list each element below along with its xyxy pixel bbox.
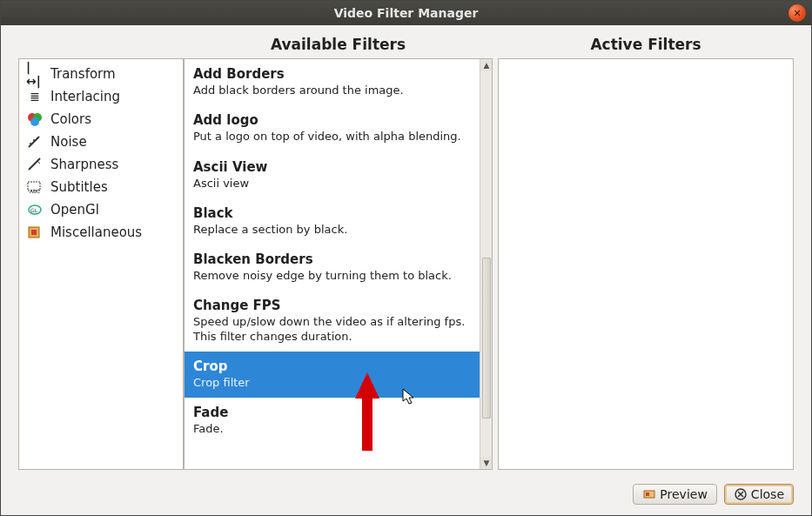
filter-desc: Add black borders around the image. — [193, 84, 471, 97]
active-header: Active Filters — [498, 32, 794, 58]
sidebar-item-label: Transform — [50, 66, 116, 82]
sharpness-icon — [26, 157, 44, 172]
available-header: Available Filters — [184, 32, 493, 58]
filter-desc: Put a logo on top of video, with alpha b… — [193, 130, 471, 144]
sidebar-item-label: Noise — [50, 134, 87, 150]
sidebar-item-miscellaneous[interactable]: Miscellaneous — [19, 221, 183, 244]
miscellaneous-icon — [26, 224, 44, 240]
svg-text:GL: GL — [30, 207, 38, 213]
sidebar-item-sharpness[interactable]: Sharpness — [19, 153, 183, 176]
window-close-button[interactable]: ✕ — [789, 4, 806, 22]
svg-point-5 — [37, 137, 38, 139]
filter-item-selected[interactable]: Crop Crop filter — [185, 352, 480, 398]
filter-title: Change FPS — [193, 298, 471, 313]
filter-title: Fade — [193, 405, 471, 420]
available-list[interactable]: Add Borders Add black borders around the… — [185, 59, 480, 469]
sidebar-item-label: Sharpness — [50, 157, 118, 172]
filter-item[interactable]: Add Borders Add black borders around the… — [185, 59, 480, 105]
window-title: Video Filter Manager — [334, 6, 479, 20]
footer: Preview Close — [18, 473, 794, 505]
filter-item[interactable]: Add logo Put a logo on top of video, wit… — [185, 105, 480, 151]
svg-rect-13 — [646, 493, 649, 496]
sidebar-item-label: OpenGl — [50, 202, 99, 218]
filter-item[interactable]: Blacken Borders Remove noisy edge by tur… — [185, 245, 480, 291]
sidebar-item-label: Subtitles — [50, 179, 108, 195]
filter-item[interactable]: Change FPS Speed up/slow down the video … — [185, 291, 480, 352]
noise-icon — [26, 134, 44, 150]
sidebar-item-colors[interactable]: Colors — [19, 108, 183, 131]
filter-desc: Replace a section by black. — [193, 223, 471, 237]
filter-title: Ascii View — [193, 159, 471, 175]
scrollbar-up-icon[interactable]: ▲ — [480, 59, 493, 71]
sidebar-list: |↔| Transform ≣ Interlacing — [19, 59, 183, 247]
filter-desc: Fade. — [193, 422, 471, 436]
titlebar: Video Filter Manager ✕ — [1, 1, 811, 25]
sidebar-item-interlacing[interactable]: ≣ Interlacing — [19, 85, 183, 108]
close-button-label: Close — [751, 487, 784, 501]
filter-title: Blacken Borders — [193, 251, 471, 267]
svg-rect-11 — [31, 230, 37, 235]
preview-icon — [642, 487, 656, 501]
colors-icon — [26, 111, 44, 127]
preview-button[interactable]: Preview — [633, 484, 717, 505]
available-box: Add Borders Add black borders around the… — [184, 58, 493, 470]
columns: |↔| Transform ≣ Interlacing — [18, 32, 794, 470]
sidebar-header-spacer — [18, 32, 184, 58]
sidebar-item-subtitles[interactable]: ABC Subtitles — [19, 176, 183, 198]
filter-desc: Crop filter — [193, 376, 471, 390]
interlacing-icon: ≣ — [26, 89, 44, 104]
filter-item[interactable]: Ascii View Ascii view — [185, 152, 480, 198]
svg-point-4 — [33, 139, 35, 141]
active-column: Active Filters — [498, 32, 794, 470]
svg-text:ABC: ABC — [30, 188, 40, 194]
sidebar-item-label: Colors — [50, 111, 91, 127]
svg-point-3 — [30, 143, 31, 144]
scrollbar[interactable]: ▲ ▼ — [480, 59, 492, 469]
filter-title: Crop — [193, 359, 471, 374]
scrollbar-down-icon[interactable]: ▼ — [480, 457, 493, 469]
filter-desc: Ascii view — [193, 177, 471, 191]
scrollbar-thumb[interactable] — [482, 258, 491, 419]
active-box[interactable] — [498, 58, 794, 470]
content-area: |↔| Transform ≣ Interlacing — [1, 25, 811, 515]
window: Video Filter Manager ✕ |↔| Transform ≣ — [0, 0, 812, 516]
transform-icon: |↔| — [26, 66, 44, 82]
filter-item[interactable]: Fade Fade. — [185, 398, 480, 444]
available-column: Available Filters Add Borders Add black … — [184, 32, 493, 470]
svg-point-2 — [30, 117, 39, 126]
filter-title: Add Borders — [193, 66, 471, 82]
close-dialog-icon — [734, 487, 748, 501]
filter-desc: Remove noisy edge by turning them to bla… — [193, 269, 471, 283]
sidebar-item-opengl[interactable]: GL OpenGl — [19, 198, 183, 221]
sidebar-item-label: Miscellaneous — [50, 224, 142, 240]
filter-title: Black — [193, 205, 471, 221]
sidebar-item-noise[interactable]: Noise — [19, 131, 183, 153]
opengl-icon: GL — [26, 202, 44, 218]
close-button[interactable]: Close — [724, 484, 794, 505]
filter-desc: Speed up/slow down the video as if alter… — [193, 315, 471, 344]
filter-item[interactable]: Black Replace a section by black. — [185, 198, 480, 245]
preview-button-label: Preview — [660, 487, 708, 501]
subtitles-icon: ABC — [26, 179, 44, 195]
close-icon: ✕ — [793, 8, 801, 19]
sidebar-item-transform[interactable]: |↔| Transform — [19, 63, 183, 85]
sidebar-box: |↔| Transform ≣ Interlacing — [18, 58, 184, 470]
filter-title: Add logo — [193, 112, 471, 128]
sidebar-item-label: Interlacing — [50, 89, 120, 104]
sidebar-column: |↔| Transform ≣ Interlacing — [18, 32, 184, 470]
